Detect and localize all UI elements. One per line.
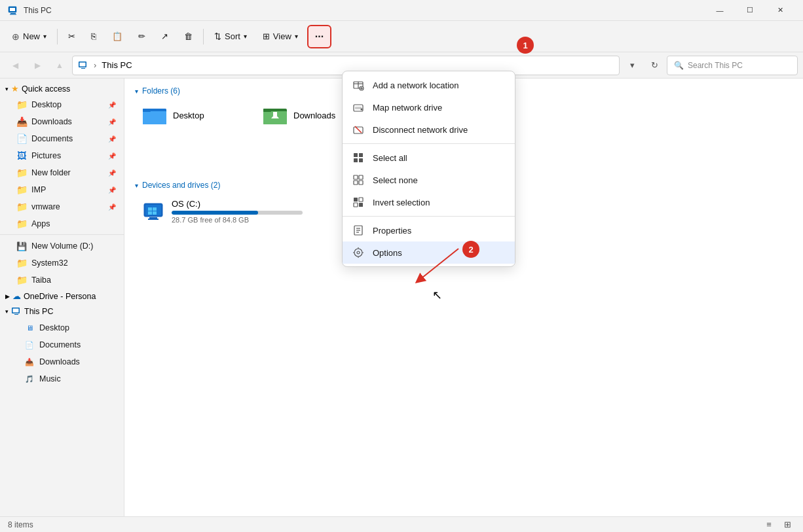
maximize-button[interactable]: ☐ [735,0,765,21]
svg-rect-60 [354,198,358,202]
sidebar-item-vmware[interactable]: 📁 vmware 📌 [3,198,121,215]
sidebar-item-apps[interactable]: 📁 Apps [3,215,121,232]
svg-rect-52 [354,153,358,157]
menu-item-map-drive[interactable]: Map network drive [343,96,515,118]
menu-item-invert-selection[interactable]: Invert selection [343,191,515,213]
properties-label: Properties [373,226,411,236]
menu-item-add-network[interactable]: Add a network location [343,74,515,96]
options-label: Options [373,248,402,258]
sidebar-item-music-pc[interactable]: 🎵 Music [3,370,121,387]
svg-rect-55 [359,158,363,162]
sidebar-item-downloads[interactable]: 📥 Downloads 📌 [3,113,121,130]
this-pc-expand-arrow: ▾ [5,308,9,315]
sidebar-vmware-label: vmware [31,202,60,211]
delete-button[interactable]: 🗑 [177,25,199,48]
drive-c-fill [172,211,258,215]
rename-icon: ✏ [138,31,145,41]
sidebar-item-system32[interactable]: 📁 System32 [3,255,121,272]
sidebar-music-pc-label: Music [39,374,61,383]
documents-pc-folder-icon: 📄 [24,339,35,351]
folders-header-label: Folders (6) [142,86,180,96]
sort-chevron-icon: ▾ [244,33,247,40]
new-button[interactable]: ⊕ New ▾ [5,25,53,48]
svg-rect-56 [354,175,358,179]
share-button[interactable]: ↗ [155,25,175,48]
sort-button[interactable]: ⇅ Sort ▾ [208,25,253,48]
refresh-button[interactable]: ↻ [644,56,664,75]
svg-rect-59 [359,181,363,185]
menu-item-select-none[interactable]: Select none [343,169,515,191]
documents-folder-icon: 📄 [16,133,28,145]
sidebar-item-documents-pc[interactable]: 📄 Documents [3,336,121,353]
select-all-icon [352,151,365,164]
this-pc-header[interactable]: ▾ This PC [0,304,124,319]
sidebar-downloads-label: Downloads [31,117,72,126]
sidebar-item-new-folder[interactable]: 📁 New folder 📌 [3,164,121,181]
quick-access-header[interactable]: ▾ ★ Quick access [0,81,124,96]
view-icon: ⊞ [263,31,270,41]
onedrive-header[interactable]: ▶ ☁ OneDrive - Persona [0,289,124,304]
svg-rect-53 [359,153,363,157]
sidebar-item-downloads-pc[interactable]: 📥 Downloads [3,353,121,370]
drives-chevron: ▾ [135,182,138,189]
properties-icon [352,224,365,237]
list-view-button[interactable]: ≡ [761,518,777,532]
cut-button[interactable]: ✂ [62,25,82,48]
menu-item-select-all[interactable]: Select all [343,147,515,169]
view-chevron-icon: ▾ [295,33,298,40]
sidebar-item-desktop[interactable]: 📁 Desktop 📌 [3,96,121,113]
copy-button[interactable]: ⎘ [84,25,103,48]
music-pc-folder-icon: 🎵 [24,373,35,385]
search-box[interactable]: 🔍 Search This PC [667,56,798,75]
menu-item-properties[interactable]: Properties [343,219,515,241]
copy-icon: ⎘ [91,31,96,41]
sidebar-item-imp[interactable]: 📁 IMP 📌 [3,181,121,198]
svg-rect-36 [153,207,157,211]
address-dropdown-button[interactable]: ▾ [622,56,642,75]
svg-rect-9 [14,314,18,315]
rename-button[interactable]: ✏ [132,25,152,48]
menu-item-options[interactable]: Options [343,241,515,264]
map-drive-label: Map network drive [373,103,442,113]
pin-icon-documents: 📌 [108,135,116,143]
sidebar-taiba-label: Taiba [31,275,51,285]
title-bar-left: This PC [8,5,52,16]
onedrive-expand-arrow: ▶ [5,293,10,300]
pin-icon-imp: 📌 [108,186,116,194]
up-button[interactable]: ▲ [50,56,69,75]
menu-item-disconnect-drive[interactable]: Disconnect network drive [343,118,515,141]
svg-rect-63 [359,203,363,207]
sidebar-item-desktop-pc[interactable]: 🖥 Desktop [3,319,121,336]
dropdown-menu: Add a network location Map network drive… [342,71,515,267]
sidebar-item-new-volume[interactable]: 💾 New Volume (D:) [3,238,121,255]
paste-button[interactable]: 📋 [105,25,129,48]
svg-point-49 [361,109,363,111]
svg-rect-58 [354,181,358,185]
delete-icon: 🗑 [184,31,193,41]
plus-icon: ⊕ [12,31,20,42]
svg-point-69 [354,249,362,257]
svg-rect-18 [273,112,277,116]
add-network-label: Add a network location [373,80,459,90]
search-placeholder: Search This PC [688,61,743,70]
sidebar-item-documents[interactable]: 📄 Documents 📌 [3,130,121,147]
more-button[interactable]: ··· [307,25,331,48]
back-button[interactable]: ◀ [5,56,25,75]
sidebar-system32-label: System32 [31,258,68,268]
pin-icon-new-folder: 📌 [108,169,116,177]
window-controls: — ☐ ✕ [705,0,795,21]
minimize-button[interactable]: — [705,0,735,21]
folder-item-desktop[interactable]: Desktop [135,101,253,130]
add-network-icon [352,79,365,92]
select-none-icon [352,173,365,186]
view-button[interactable]: ⊞ View ▾ [256,25,305,48]
item-count: 8 items [8,520,33,529]
sidebar-item-pictures[interactable]: 🖼 Pictures 📌 [3,147,121,164]
svg-rect-57 [359,175,363,179]
sidebar-item-taiba[interactable]: 📁 Taiba [3,272,121,289]
sidebar-imp-label: IMP [31,185,46,194]
pictures-folder-icon: 🖼 [16,150,28,162]
close-button[interactable]: ✕ [765,0,795,21]
forward-button[interactable]: ▶ [28,56,47,75]
grid-view-button[interactable]: ⊞ [779,518,795,532]
